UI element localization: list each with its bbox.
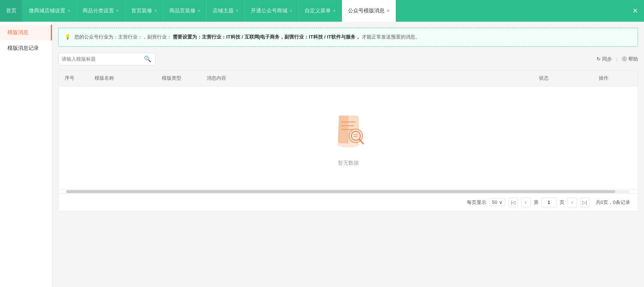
th-type: 模版类型 xyxy=(156,70,201,86)
content-area: 💡 您的公众号行业为：主营行业：，副营行业： 需要设置为：主营行业：IT科技 /… xyxy=(52,22,644,287)
th-status: 状态 xyxy=(533,70,593,86)
top-nav: 首页 微商城店铺设置 × 商品分类设置 × 首页装修 × 商品页装修 × 店铺主… xyxy=(0,0,644,22)
nav-tab-open-mall[interactable]: 开通公众号商城 × xyxy=(245,0,299,22)
page-size-select[interactable]: 50 ∨ xyxy=(489,198,505,206)
close-shop-theme[interactable]: × xyxy=(236,8,238,13)
pagination: 每页显示 50 ∨ |◁ ‹ 第 页 › ▷| xyxy=(59,193,638,211)
nav-tab-home[interactable]: 首页 xyxy=(0,0,23,22)
nav-tab-home-label: 首页 xyxy=(6,7,16,14)
page-prefix: 第 xyxy=(534,199,539,206)
nav-tab-product-deco-label: 商品页装修 xyxy=(169,7,195,14)
page-unit: 页 xyxy=(560,199,564,206)
th-index: 序号 xyxy=(59,70,89,86)
notice-banner: 💡 您的公众号行业为：主营行业：，副营行业： 需要设置为：主营行业：IT科技 /… xyxy=(58,28,638,47)
page-number-input[interactable] xyxy=(542,198,557,207)
last-page-button[interactable]: ▷| xyxy=(580,198,590,207)
nav-tab-custom-menu[interactable]: 自定义菜单 × xyxy=(299,0,342,22)
sync-label: 同步 xyxy=(602,56,612,62)
main-layout: 模版消息 模版消息记录 💡 您的公众号行业为：主营行业：，副营行业： 需要设置为… xyxy=(0,22,644,287)
page-size-value: 50 xyxy=(492,199,497,205)
total-info: 共0页，0条记录 xyxy=(596,199,630,206)
search-icon[interactable]: 🔍 xyxy=(144,55,151,62)
sidebar-item-template-msg-log-label: 模版消息记录 xyxy=(7,45,39,51)
first-page-button[interactable]: |◁ xyxy=(508,198,518,207)
search-bar: 🔍 ↻ 同步 | ⓪ 帮助 xyxy=(58,53,638,65)
close-template-msg[interactable]: × xyxy=(387,8,389,13)
notice-suffix: 才能正常发送预置的消息。 xyxy=(362,34,420,40)
nav-tab-category-label: 商品分类设置 xyxy=(83,7,114,14)
sidebar-item-template-msg[interactable]: 模版消息 xyxy=(0,25,52,40)
empty-icon xyxy=(326,109,371,154)
nav-tab-shop-theme[interactable]: 店铺主题 × xyxy=(207,0,245,22)
prev-page-icon: ‹ xyxy=(525,200,527,205)
th-content: 消息内容 xyxy=(201,70,533,86)
nav-tab-template-msg-label: 公众号模版消息 xyxy=(348,7,385,14)
search-input[interactable] xyxy=(62,56,144,62)
th-name: 模版名称 xyxy=(89,70,156,86)
last-page-icon: ▷| xyxy=(582,200,587,205)
nav-tab-home-deco-label: 首页装修 xyxy=(131,7,152,14)
th-action: 操作 xyxy=(593,70,638,86)
nav-tab-template-msg[interactable]: 公众号模版消息 × xyxy=(342,0,396,22)
scrollbar-area[interactable] xyxy=(59,189,638,193)
nav-tab-shop-theme-label: 店铺主题 xyxy=(213,7,234,14)
toolbar-divider: | xyxy=(616,56,617,62)
table-header: 序号 模版名称 模版类型 消息内容 状态 操作 xyxy=(59,70,638,86)
scrollbar-track xyxy=(66,190,630,193)
help-icon: ⓪ xyxy=(622,56,627,62)
empty-state: 暂无数据 xyxy=(59,86,638,189)
close-product-decoration[interactable]: × xyxy=(198,8,200,13)
close-open-mall[interactable]: × xyxy=(290,8,292,13)
first-page-icon: |◁ xyxy=(511,200,515,205)
nav-tab-product-decoration[interactable]: 商品页装修 × xyxy=(163,0,207,22)
nav-tab-open-mall-label: 开通公众号商城 xyxy=(251,7,287,14)
empty-text: 暂无数据 xyxy=(338,160,359,167)
help-button[interactable]: ⓪ 帮助 xyxy=(622,56,638,62)
close-custom-menu[interactable]: × xyxy=(333,8,336,13)
next-page-button[interactable]: › xyxy=(567,198,577,207)
sidebar: 模版消息 模版消息记录 xyxy=(0,22,52,287)
next-page-icon: › xyxy=(571,200,573,205)
notice-icon: 💡 xyxy=(65,34,71,40)
sidebar-item-template-msg-label: 模版消息 xyxy=(7,29,28,35)
close-category-settings[interactable]: × xyxy=(116,8,119,13)
data-table: 序号 模版名称 模版类型 消息内容 状态 操作 xyxy=(58,70,638,211)
notice-highlight: 需要设置为：主营行业：IT科技 / 互联网|电子商务，副营行业：IT科技 / I… xyxy=(173,34,360,40)
nav-tab-category-settings[interactable]: 商品分类设置 × xyxy=(77,0,125,22)
scrollbar-thumb[interactable] xyxy=(66,190,615,193)
nav-tab-shop-settings[interactable]: 微商城店铺设置 × xyxy=(23,0,77,22)
help-label: 帮助 xyxy=(628,56,638,62)
nav-tab-shop-settings-label: 微商城店铺设置 xyxy=(29,7,65,14)
page-size-dropdown-icon: ∨ xyxy=(499,199,503,205)
page-size-label: 每页显示 xyxy=(467,199,486,206)
sync-button[interactable]: ↻ 同步 xyxy=(597,56,612,62)
sidebar-item-template-msg-log[interactable]: 模版消息记录 xyxy=(0,40,52,56)
notice-prefix: 您的公众号行业为：主营行业：，副营行业： xyxy=(74,34,172,40)
nav-tab-home-decoration[interactable]: 首页装修 × xyxy=(125,0,163,22)
prev-page-button[interactable]: ‹ xyxy=(521,198,531,207)
toolbar-right: ↻ 同步 | ⓪ 帮助 xyxy=(597,56,638,62)
search-input-wrap[interactable]: 🔍 xyxy=(58,53,155,65)
close-home-decoration[interactable]: × xyxy=(154,8,157,13)
nav-tab-custom-menu-label: 自定义菜单 xyxy=(305,7,331,14)
sync-icon: ↻ xyxy=(597,56,601,62)
close-shop-settings[interactable]: × xyxy=(68,8,70,13)
close-all-button[interactable]: ✕ xyxy=(626,0,644,22)
